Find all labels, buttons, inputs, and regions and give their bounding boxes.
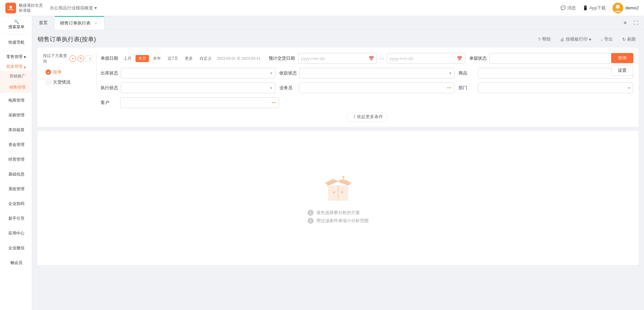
sidebar-item-inventory[interactable]: 库存核算 bbox=[0, 122, 32, 137]
filter-fields: 单据日期 上月 本月 本年 近7天 更多 自定义 bbox=[101, 53, 633, 121]
sidebar-item-purchase[interactable]: 采购管理 bbox=[0, 108, 32, 122]
sidebar-item-wholesale[interactable]: 批发管理 ▴ bbox=[0, 61, 32, 71]
filter-item-expected-date: 预计交货日期 yyyy-mm-dd 📅 — yyyy-mm-dd 📅 bbox=[269, 53, 466, 64]
tip-num-2: 2 bbox=[308, 218, 314, 224]
template-print-button[interactable]: 🖨 按模板打印 ▾ bbox=[557, 35, 594, 44]
customer-dots[interactable]: ··· bbox=[272, 100, 276, 106]
sidebar-item-collab[interactable]: 企业协同 bbox=[0, 196, 32, 211]
filter-panel: 按以下方案查询 + ✎ 《 ● 按单 ○ bbox=[38, 48, 639, 127]
filter-item-date: 单据日期 上月 本月 本年 近7天 更多 自定义 bbox=[101, 55, 265, 62]
content-area: 首页 销售订单执行表 × ✕ ⛶ 销售订单执行表(按单) ? 帮助 bbox=[32, 16, 644, 310]
sidebar-subitem-marketing[interactable]: 营销推广 bbox=[0, 71, 32, 82]
svg-point-2 bbox=[616, 5, 620, 9]
dept-dropdown[interactable]: ▾ bbox=[478, 83, 633, 93]
exec-status-dropdown[interactable]: ▾ bbox=[121, 83, 275, 93]
date-filter: 上月 本月 本年 近7天 更多 自定义 2023-03-01 至 2023-03… bbox=[121, 55, 265, 62]
chevron-icon: ▾ bbox=[24, 55, 26, 59]
sidebar-item-retail[interactable]: 零售管理 ▾ bbox=[0, 51, 32, 61]
svg-point-9 bbox=[341, 191, 343, 193]
date-separator: — bbox=[380, 56, 384, 61]
tab-home[interactable]: 首页 bbox=[32, 16, 55, 30]
sidebar-subitem-sales[interactable]: 销售管理 bbox=[0, 82, 32, 93]
out-status-label: 出库状态 bbox=[101, 70, 118, 76]
filter-item-out-status: 出库状态 ▾ bbox=[101, 68, 275, 79]
filter-row-3: 执行状态 ▾ 业务员 ··· bbox=[101, 83, 633, 93]
sidebar-item-finance[interactable]: 资金管理 bbox=[0, 137, 32, 152]
tab-sales-order[interactable]: 销售订单执行表 × bbox=[55, 16, 104, 30]
expected-date-from[interactable]: yyyy-mm-dd 📅 bbox=[298, 53, 377, 64]
industry-selector[interactable]: 办公用品行业模拟账套 ▾ bbox=[47, 4, 100, 12]
query-button[interactable]: 查询 bbox=[611, 53, 633, 63]
date-tab-this-year[interactable]: 本年 bbox=[150, 55, 164, 62]
sidebar-item-quicknav[interactable]: 快捷导航 bbox=[0, 35, 32, 50]
sidebar-item-basicinfo[interactable]: 基础信息 bbox=[0, 167, 32, 182]
customer-input[interactable]: ··· bbox=[120, 97, 279, 108]
date-label: 单据日期 bbox=[101, 55, 118, 61]
exec-status-label: 执行状态 bbox=[101, 85, 118, 91]
tab-close-all-button[interactable]: ✕ bbox=[621, 19, 629, 27]
scheme-item-shortage[interactable]: ○ 欠货情况 bbox=[43, 77, 92, 87]
export-icon: ↓ bbox=[601, 37, 603, 42]
edit-scheme-button[interactable]: ✎ bbox=[77, 55, 84, 62]
dept-arrow: ▾ bbox=[628, 86, 630, 90]
refresh-button[interactable]: ↻ 刷新 bbox=[620, 35, 639, 44]
payment-status-dropdown[interactable]: ▾ bbox=[300, 68, 454, 79]
print-chevron-icon: ▾ bbox=[589, 37, 591, 42]
empty-state: ✦ ✦ ✦ 1 请先选择要分析的方案 bbox=[308, 172, 369, 224]
expected-date-to-placeholder: yyyy-mm-dd bbox=[390, 56, 456, 61]
message-button[interactable]: 💬 消息 bbox=[560, 5, 576, 11]
sidebar-item-search[interactable]: 🔍 搜索菜单 bbox=[0, 16, 32, 33]
add-scheme-button[interactable]: + bbox=[69, 55, 76, 62]
collapse-left-button[interactable]: 《 bbox=[86, 55, 92, 62]
goods-input[interactable]: ··· bbox=[478, 68, 633, 79]
calendar-icon-from: 📅 bbox=[369, 56, 374, 61]
goods-label: 商品 bbox=[459, 70, 475, 76]
collapse-icon: 《 bbox=[351, 114, 356, 120]
page-title: 销售订单执行表(按单) bbox=[38, 35, 96, 43]
empty-tip-2: 2 用过滤条件来缩小分析范围 bbox=[308, 218, 369, 224]
divider2 bbox=[3, 50, 29, 51]
avatar bbox=[612, 3, 623, 13]
sidebar-item-newuser[interactable]: 新手引导 bbox=[0, 211, 32, 226]
data-area: ✦ ✦ ✦ 1 请先选择要分析的方案 bbox=[38, 131, 639, 265]
tab-close-button[interactable]: × bbox=[93, 20, 99, 26]
sidebar-item-sysadmin[interactable]: 系统管理 bbox=[0, 182, 32, 196]
main-layout: 🔍 搜索菜单 快捷导航 零售管理 ▾ 批发管理 ▴ 营销推广 销售管理 电商管理 bbox=[0, 16, 644, 310]
tab-expand-button[interactable]: ⛶ bbox=[632, 19, 640, 27]
message-icon: 💬 bbox=[560, 5, 566, 10]
user-avatar-area[interactable]: demo2 bbox=[612, 3, 639, 13]
sidebar-item-wechat[interactable]: 企业微信 bbox=[0, 241, 32, 255]
refresh-icon: ↻ bbox=[622, 37, 626, 42]
salesman-input[interactable]: ··· bbox=[299, 83, 454, 93]
date-tab-7days[interactable]: 近7天 bbox=[165, 55, 181, 62]
filter-item-customer: 客户 ··· bbox=[101, 97, 279, 108]
expected-date-to[interactable]: yyyy-mm-dd 📅 bbox=[387, 53, 466, 64]
sidebar: 🔍 搜索菜单 快捷导航 零售管理 ▾ 批发管理 ▴ 营销推广 销售管理 电商管理 bbox=[0, 16, 32, 310]
page-actions: ? 帮助 🖨 按模板打印 ▾ ↓ 导出 ↻ 刷新 bbox=[535, 35, 639, 44]
salesman-dots[interactable]: ··· bbox=[447, 85, 451, 91]
date-tab-more[interactable]: 更多 bbox=[182, 55, 196, 62]
query-actions: 查询 设置 bbox=[611, 53, 633, 76]
sidebar-sub-wholesale: 营销推广 销售管理 bbox=[0, 71, 32, 93]
empty-tip-1: 1 请先选择要分析的方案 bbox=[308, 210, 369, 216]
sidebar-item-member[interactable]: 畅会员 bbox=[0, 255, 32, 270]
settings-button[interactable]: 设置 bbox=[611, 65, 633, 76]
logo-text: 畅捷通好生意 标准版 bbox=[19, 3, 43, 13]
help-button[interactable]: ? 帮助 bbox=[535, 35, 553, 44]
payment-status-label: 收款状态 bbox=[279, 70, 297, 76]
svg-point-0 bbox=[9, 6, 12, 8]
out-status-dropdown[interactable]: ▾ bbox=[121, 68, 275, 79]
export-button[interactable]: ↓ 导出 bbox=[598, 35, 616, 44]
date-tab-last-month[interactable]: 上月 bbox=[121, 55, 134, 62]
scheme-item-order[interactable]: ● 按单 bbox=[43, 67, 92, 77]
expected-date-label: 预计交货日期 bbox=[269, 55, 296, 61]
collapse-more-button[interactable]: 《 收起更多条件 bbox=[347, 112, 387, 121]
sidebar-item-appcenter[interactable]: 应用中心 bbox=[0, 226, 32, 241]
sidebar-item-ecommerce[interactable]: 电商管理 bbox=[0, 93, 32, 108]
date-tab-custom[interactable]: 自定义 bbox=[197, 55, 214, 62]
filter-item-exec-status: 执行状态 ▾ bbox=[101, 83, 275, 93]
app-download-button[interactable]: 📱 App下载 bbox=[583, 5, 606, 11]
sidebar-item-operation[interactable]: 经营管理 bbox=[0, 152, 32, 167]
svg-text:✦: ✦ bbox=[341, 174, 345, 180]
date-tab-this-month[interactable]: 本月 bbox=[136, 55, 149, 62]
